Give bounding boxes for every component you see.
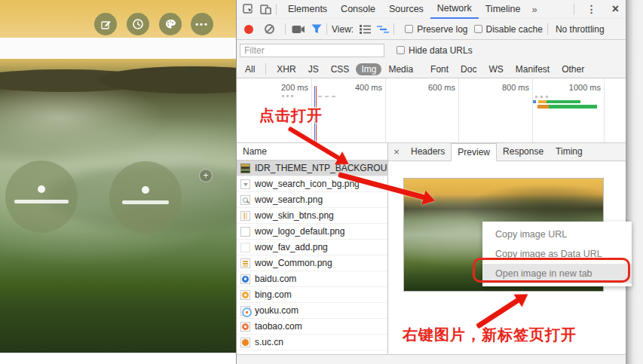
request-row[interactable]: wow_search.png (237, 192, 387, 208)
compose-button[interactable] (94, 13, 117, 35)
shortcut-caption-blur (14, 200, 69, 203)
request-row[interactable]: wow_fav_add.png (237, 240, 387, 255)
theme-button[interactable] (159, 13, 182, 35)
shortcut-glyph-icon (38, 185, 45, 193)
more-tabs-chevron-icon[interactable]: » (527, 4, 541, 15)
throttling-select[interactable]: No throttling (556, 24, 605, 35)
newtab-shortcut-circle[interactable] (109, 161, 182, 234)
request-mark (325, 96, 329, 97)
preserve-log-checkbox[interactable] (405, 25, 413, 33)
request-row[interactable]: baidu.com (237, 271, 387, 287)
devtools-panel: Elements Console Sources Network Timelin… (236, 0, 643, 364)
favicon-icon (240, 290, 250, 300)
menu-item-copy-image-url[interactable]: Copy image URL (482, 225, 632, 244)
favicon-icon (240, 322, 250, 332)
name-column-header[interactable]: Name (237, 143, 387, 161)
ruler-tick: 200 ms (256, 83, 308, 92)
favicon-icon (240, 274, 250, 284)
request-list: Name IDR_THEME_NTP_BACKGROUN... wow_sear… (237, 143, 387, 354)
add-shortcut-button[interactable]: + (199, 169, 213, 182)
request-row[interactable]: wow_skin_btns.png (237, 208, 387, 224)
type-filter-doc[interactable]: Doc (455, 63, 482, 75)
resource-type-filters: All XHR JS CSS Img Media Font Doc WS Man… (237, 60, 643, 78)
tab-elements[interactable]: Elements (281, 0, 334, 19)
type-filter-css[interactable]: CSS (326, 63, 355, 75)
type-filter-img[interactable]: Img (356, 63, 381, 75)
devtools-close-icon[interactable]: × (605, 2, 626, 16)
type-filter-all[interactable]: All (240, 63, 260, 75)
request-row[interactable]: bing.com (237, 287, 387, 303)
record-button[interactable] (244, 25, 253, 34)
ruler-tick: 400 ms (329, 83, 382, 92)
filter-funnel-icon[interactable] (311, 24, 322, 34)
divider (326, 23, 327, 35)
inspect-element-icon[interactable] (243, 4, 254, 14)
clear-button[interactable] (265, 24, 274, 34)
annotation-click-open-label: 点击打开 (259, 106, 323, 126)
clock-icon (132, 18, 144, 30)
tab-headers[interactable]: Headers (405, 143, 451, 161)
tab-timing[interactable]: Timing (550, 143, 589, 161)
request-name: IDR_THEME_NTP_BACKGROUN... (255, 163, 387, 173)
history-button[interactable] (127, 13, 149, 35)
request-row[interactable]: wow_logo_default.png (237, 224, 387, 240)
more-options-button[interactable]: ••• (191, 13, 213, 35)
favicon-icon (240, 338, 250, 347)
newtab-shortcut-circle[interactable] (5, 161, 78, 233)
type-filter-manifest[interactable]: Manifest (510, 63, 555, 75)
request-mark (546, 96, 548, 98)
disable-cache-label: Disable cache (486, 24, 543, 35)
request-row[interactable]: IDR_THEME_NTP_BACKGROUN... (237, 161, 387, 176)
image-thumbnail-icon (240, 179, 250, 189)
waterfall-bar (538, 100, 580, 103)
tab-sources[interactable]: Sources (382, 0, 430, 19)
device-toolbar-icon[interactable] (260, 5, 271, 14)
tab-response[interactable]: Response (497, 143, 550, 161)
request-row[interactable]: taobao.com (237, 319, 387, 335)
disable-cache-checkbox[interactable] (474, 25, 482, 33)
type-filter-media[interactable]: Media (383, 63, 418, 75)
favicon-icon (240, 306, 250, 316)
request-row[interactable]: youku.com (237, 303, 387, 319)
ruler-tick: 600 ms (403, 83, 455, 92)
request-row[interactable]: wow_Common.png (237, 255, 387, 271)
hide-data-urls-checkbox[interactable] (397, 46, 405, 54)
divider (265, 63, 266, 75)
annotation-right-click-label: 右键图片，新标签页打开 (403, 325, 577, 345)
tab-timeline[interactable]: Timeline (479, 0, 528, 19)
waterfall-view-icon[interactable] (377, 25, 389, 34)
type-filter-ws[interactable]: WS (483, 63, 508, 75)
type-filter-js[interactable]: JS (303, 63, 324, 75)
type-filter-other[interactable]: Other (556, 63, 589, 75)
request-name: wow_Common.png (255, 258, 332, 268)
list-view-icon[interactable] (360, 25, 371, 34)
request-mark (535, 96, 537, 98)
devtools-bottom-strip (237, 354, 643, 364)
request-name: wow_search_icon_bg.png (255, 179, 360, 189)
tab-preview[interactable]: Preview (451, 143, 497, 161)
type-filter-font[interactable]: Font (425, 63, 454, 75)
divider (393, 23, 394, 35)
request-name: s.uc.cn (255, 337, 283, 347)
request-name: youku.com (255, 305, 299, 316)
ellipsis-icon: ••• (195, 20, 209, 29)
tab-console[interactable]: Console (334, 0, 382, 19)
request-mark (282, 95, 284, 97)
network-toolbar: View: Preserve log Disable cache (237, 19, 643, 40)
devtools-menu-icon[interactable]: ⋮ (579, 3, 605, 15)
request-mark (291, 95, 293, 97)
tab-network[interactable]: Network (430, 0, 479, 19)
image-thumbnail-icon (240, 164, 250, 173)
request-name: wow_search.png (255, 194, 323, 205)
window-scrollbar[interactable] (626, 0, 643, 364)
close-detail-icon[interactable]: × (388, 146, 405, 158)
request-mark (286, 95, 289, 97)
newtab-background-photo: + (0, 59, 236, 353)
screenshot-camera-icon[interactable] (292, 25, 305, 34)
type-filter-xhr[interactable]: XHR (271, 63, 301, 75)
network-filter-input[interactable] (240, 44, 384, 57)
browser-newtab-page: ••• + (0, 0, 236, 364)
request-mark (318, 96, 322, 97)
request-row[interactable]: s.uc.cn (237, 335, 387, 350)
request-name: wow_logo_default.png (255, 226, 344, 237)
